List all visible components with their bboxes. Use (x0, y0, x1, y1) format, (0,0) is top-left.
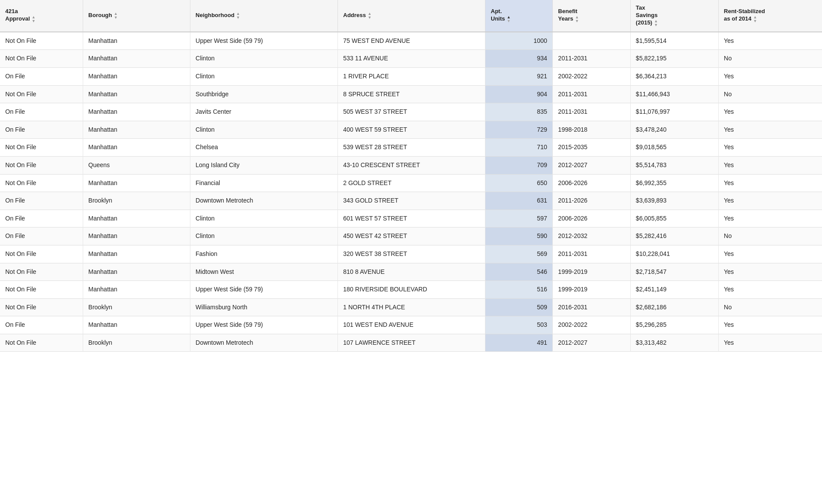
cell-rent: No (718, 85, 822, 103)
cell-borough: Manhattan (83, 174, 190, 192)
cell-address: 1 NORTH 4TH PLACE (338, 298, 485, 316)
table-row: On FileManhattanUpper West Side (59 79)1… (0, 316, 822, 334)
column-header-address[interactable]: Address▲▼ (338, 0, 485, 32)
cell-apt: 546 (485, 263, 553, 281)
table-row: Not On FileManhattanSouthbridge8 SPRUCE … (0, 85, 822, 103)
cell-neighborhood: Upper West Side (59 79) (190, 281, 337, 299)
cell-benefit: 2011-2026 (553, 192, 631, 210)
sort-arrows-approval: ▲▼ (32, 15, 35, 23)
cell-tax: $6,992,355 (630, 174, 718, 192)
sort-down-icon: ▼ (368, 16, 372, 20)
column-header-rent[interactable]: Rent-Stabilizedas of 2014▲▼ (718, 0, 822, 32)
cell-approval: Not On File (0, 245, 83, 263)
cell-benefit: 2006-2026 (553, 174, 631, 192)
sort-down-icon: ▼ (753, 19, 757, 23)
column-label-address: Address (343, 12, 366, 18)
sort-arrows-tax: ▲▼ (654, 19, 658, 27)
cell-address: 8 SPRUCE STREET (338, 85, 485, 103)
cell-tax: $3,639,893 (630, 192, 718, 210)
cell-tax: $2,682,186 (630, 298, 718, 316)
cell-neighborhood: Clinton (190, 121, 337, 139)
cell-rent: Yes (718, 316, 822, 334)
sort-down-icon: ▼ (236, 16, 240, 20)
cell-tax: $3,313,482 (630, 334, 718, 352)
cell-rent: Yes (718, 263, 822, 281)
cell-neighborhood: Clinton (190, 67, 337, 85)
column-header-borough[interactable]: Borough▲▼ (83, 0, 190, 32)
cell-apt: 835 (485, 103, 553, 121)
cell-address: 180 RIVERSIDE BOULEVARD (338, 281, 485, 299)
cell-neighborhood: Long Island City (190, 156, 337, 174)
cell-benefit: 2011-2031 (553, 245, 631, 263)
cell-apt: 516 (485, 281, 553, 299)
cell-address: 107 LAWRENCE STREET (338, 334, 485, 352)
cell-apt: 631 (485, 192, 553, 210)
cell-borough: Manhattan (83, 263, 190, 281)
sort-arrows-rent: ▲▼ (753, 15, 757, 23)
cell-address: 601 WEST 57 STREET (338, 210, 485, 228)
cell-neighborhood: Downtown Metrotech (190, 334, 337, 352)
cell-borough: Manhattan (83, 210, 190, 228)
sort-down-icon: ▼ (575, 19, 579, 23)
table-row: Not On FileManhattanUpper West Side (59 … (0, 281, 822, 299)
cell-rent: Yes (718, 103, 822, 121)
cell-borough: Manhattan (83, 281, 190, 299)
table-row: Not On FileBrooklynDowntown Metrotech107… (0, 334, 822, 352)
cell-address: 43-10 CRESCENT STREET (338, 156, 485, 174)
cell-address: 539 WEST 28 STREET (338, 139, 485, 157)
cell-neighborhood: Financial (190, 174, 337, 192)
cell-approval: Not On File (0, 139, 83, 157)
column-header-benefit[interactable]: BenefitYears▲▼ (553, 0, 631, 32)
cell-apt: 569 (485, 245, 553, 263)
cell-tax: $3,478,240 (630, 121, 718, 139)
cell-neighborhood: Southbridge (190, 85, 337, 103)
cell-tax: $11,076,997 (630, 103, 718, 121)
cell-benefit: 1999-2019 (553, 263, 631, 281)
cell-approval: Not On File (0, 156, 83, 174)
cell-tax: $10,228,041 (630, 245, 718, 263)
cell-address: 343 GOLD STREET (338, 192, 485, 210)
cell-approval: Not On File (0, 174, 83, 192)
cell-apt: 597 (485, 210, 553, 228)
cell-approval: On File (0, 121, 83, 139)
cell-benefit: 1999-2019 (553, 281, 631, 299)
cell-address: 400 WEST 59 STREET (338, 121, 485, 139)
cell-tax: $5,822,195 (630, 50, 718, 68)
cell-apt: 509 (485, 298, 553, 316)
cell-approval: On File (0, 103, 83, 121)
column-header-neighborhood[interactable]: Neighborhood▲▼ (190, 0, 337, 32)
cell-borough: Manhattan (83, 32, 190, 50)
cell-benefit: 2012-2027 (553, 334, 631, 352)
cell-apt: 921 (485, 67, 553, 85)
cell-benefit: 2006-2026 (553, 210, 631, 228)
cell-neighborhood: Fashion (190, 245, 337, 263)
cell-address: 320 WEST 38 STREET (338, 245, 485, 263)
cell-apt: 904 (485, 85, 553, 103)
sort-down-icon: ▼ (32, 19, 35, 23)
cell-rent: Yes (718, 281, 822, 299)
cell-rent: No (718, 298, 822, 316)
cell-tax: $11,466,943 (630, 85, 718, 103)
cell-benefit: 2015-2035 (553, 139, 631, 157)
cell-apt: 503 (485, 316, 553, 334)
column-header-tax[interactable]: TaxSavings(2015)▲▼ (630, 0, 718, 32)
cell-benefit: 1998-2018 (553, 121, 631, 139)
column-header-approval[interactable]: 421aApproval▲▼ (0, 0, 83, 32)
cell-neighborhood: Clinton (190, 210, 337, 228)
column-header-apt[interactable]: Apt.Units▲▼ (485, 0, 553, 32)
column-label-benefit: BenefitYears (558, 8, 577, 22)
cell-address: 101 WEST END AVENUE (338, 316, 485, 334)
cell-approval: Not On File (0, 263, 83, 281)
cell-approval: Not On File (0, 50, 83, 68)
cell-apt: 934 (485, 50, 553, 68)
cell-rent: Yes (718, 156, 822, 174)
cell-rent: Yes (718, 245, 822, 263)
cell-neighborhood: Clinton (190, 228, 337, 245)
cell-rent: Yes (718, 210, 822, 228)
cell-approval: On File (0, 228, 83, 245)
table-row: Not On FileManhattanFashion320 WEST 38 S… (0, 245, 822, 263)
cell-neighborhood: Midtown West (190, 263, 337, 281)
table-row: Not On FileBrooklynWilliamsburg North1 N… (0, 298, 822, 316)
cell-tax: $6,364,213 (630, 67, 718, 85)
sort-arrows-borough: ▲▼ (114, 12, 118, 20)
